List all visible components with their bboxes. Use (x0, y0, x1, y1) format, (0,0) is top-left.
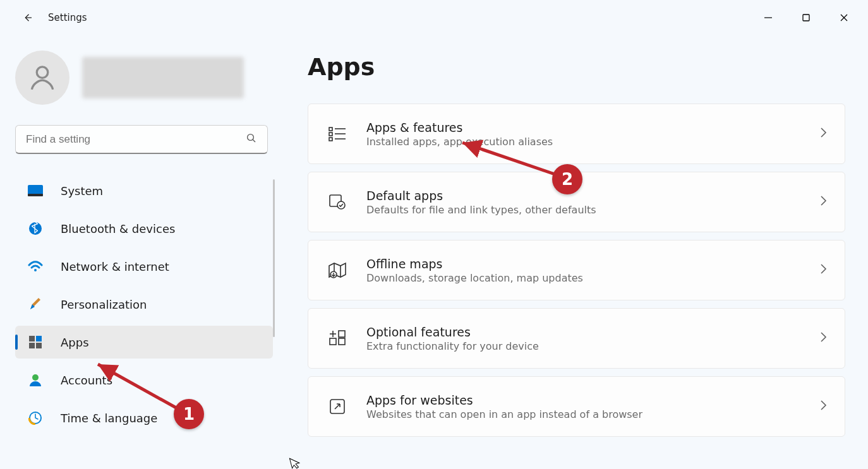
map-icon (326, 259, 349, 282)
card-apps-for-websites[interactable]: Apps for websites Websites that can open… (308, 376, 845, 437)
minimize-button[interactable] (749, 5, 787, 30)
svg-rect-19 (329, 133, 332, 136)
window-controls (749, 5, 863, 30)
svg-rect-1 (803, 15, 809, 21)
card-title: Apps & features (366, 121, 802, 134)
svg-rect-8 (28, 194, 43, 196)
paintbrush-icon (27, 295, 44, 313)
sidebar-item-label: Accounts (61, 374, 112, 387)
default-apps-icon (326, 191, 349, 213)
svg-rect-31 (339, 331, 345, 337)
chevron-right-icon (819, 195, 827, 209)
bluetooth-icon (27, 220, 44, 237)
chevron-right-icon (819, 263, 827, 277)
page-title: Apps (308, 53, 845, 81)
svg-rect-13 (29, 343, 35, 348)
card-apps-features[interactable]: Apps & features Installed apps, app exec… (308, 104, 845, 164)
clock-icon (27, 409, 44, 427)
chevron-right-icon (819, 331, 827, 345)
svg-point-10 (34, 269, 37, 271)
card-title: Apps for websites (366, 393, 802, 407)
sidebar-item-network[interactable]: Network & internet (15, 250, 273, 283)
card-subtitle: Downloads, storage location, map updates (366, 272, 802, 284)
sidebar-item-apps[interactable]: Apps (15, 326, 273, 359)
svg-rect-11 (29, 336, 35, 341)
app-title: Settings (48, 12, 87, 23)
chevron-right-icon (819, 400, 827, 413)
wifi-icon (27, 258, 44, 275)
list-icon (326, 122, 349, 145)
card-subtitle: Extra functionality for your device (366, 340, 802, 352)
sidebar-item-personalization[interactable]: Personalization (15, 288, 273, 321)
card-subtitle: Installed apps, app execution aliases (366, 136, 802, 148)
svg-point-15 (32, 374, 39, 381)
sidebar-item-bluetooth[interactable]: Bluetooth & devices (15, 212, 273, 245)
sidebar-item-label: Network & internet (61, 260, 169, 273)
chevron-right-icon (819, 127, 827, 141)
close-button[interactable] (825, 5, 863, 30)
sidebar-item-label: Time & language (61, 412, 157, 425)
card-offline-maps[interactable]: Offline maps Downloads, storage location… (308, 240, 845, 300)
sidebar: System Bluetooth & devices Network & int… (0, 35, 281, 469)
grid-plus-icon (326, 327, 349, 350)
svg-point-5 (248, 134, 254, 140)
avatar (15, 50, 69, 105)
svg-point-4 (37, 67, 48, 78)
back-button[interactable] (15, 5, 40, 30)
scrollbar-thumb[interactable] (273, 179, 275, 337)
sidebar-item-label: Apps (61, 336, 89, 349)
svg-rect-20 (329, 138, 332, 141)
svg-rect-14 (36, 343, 42, 348)
search-icon (246, 133, 257, 146)
profile-name-redacted (82, 57, 244, 98)
apps-websites-icon (326, 395, 349, 418)
search-input[interactable] (26, 133, 246, 146)
card-optional-features[interactable]: Optional features Extra functionality fo… (308, 308, 845, 369)
profile-section[interactable] (15, 50, 274, 105)
maximize-button[interactable] (787, 5, 825, 30)
accounts-icon (27, 371, 44, 389)
annotation-badge-2: 2 (552, 164, 582, 194)
svg-line-6 (253, 140, 255, 142)
search-box[interactable] (15, 125, 268, 154)
nav-list: System Bluetooth & devices Network & int… (15, 172, 274, 437)
svg-rect-29 (330, 338, 336, 345)
system-icon (27, 182, 44, 199)
sidebar-item-label: Bluetooth & devices (61, 222, 175, 235)
card-title: Default apps (366, 189, 802, 203)
apps-icon (27, 333, 44, 351)
card-title: Optional features (366, 325, 802, 339)
svg-rect-7 (28, 185, 43, 195)
sidebar-item-label: Personalization (61, 298, 147, 311)
svg-rect-18 (329, 128, 332, 131)
sidebar-item-accounts[interactable]: Accounts (15, 364, 273, 396)
card-subtitle: Defaults for file and link types, other … (366, 204, 802, 216)
card-subtitle: Websites that can open in an app instead… (366, 408, 802, 420)
content-area: Apps Apps & features Installed apps, app… (281, 35, 868, 469)
annotation-badge-1: 1 (174, 399, 204, 429)
card-title: Offline maps (366, 257, 802, 271)
svg-rect-30 (339, 338, 345, 345)
sidebar-item-time-language[interactable]: Time & language (15, 401, 273, 434)
svg-rect-12 (36, 336, 42, 341)
title-bar: Settings (0, 0, 868, 35)
sidebar-item-label: System (61, 184, 103, 198)
sidebar-item-system[interactable]: System (15, 174, 273, 207)
